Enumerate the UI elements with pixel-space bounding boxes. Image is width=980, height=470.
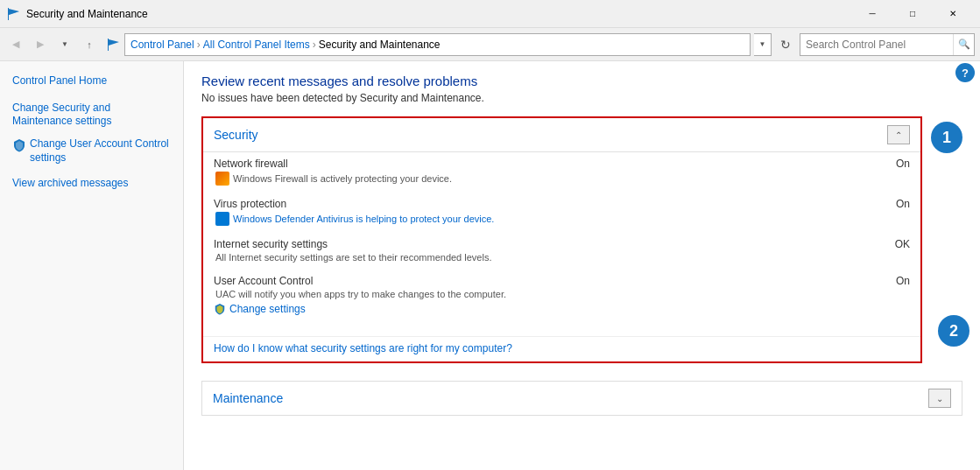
separator-1: › [197, 39, 201, 51]
defender-icon [215, 212, 229, 226]
path-flag-icon [107, 38, 121, 52]
security-section: Security ⌃ Network firewall On Windows F… [201, 116, 922, 363]
content-area: Review recent messages and resolve probl… [184, 61, 980, 470]
page-title: Review recent messages and resolve probl… [201, 74, 962, 88]
sidebar-item-home[interactable]: Control Panel Home [0, 70, 183, 92]
firewall-desc-text: Windows Firewall is actively protecting … [233, 173, 452, 184]
virus-desc-text: Windows Defender Antivirus is helping to… [233, 214, 494, 224]
address-path[interactable]: Control Panel › All Control Panel Items … [124, 33, 751, 56]
maximize-button[interactable]: □ [892, 0, 933, 28]
firewall-status: On [896, 158, 910, 170]
minimize-button[interactable]: ─ [852, 0, 892, 28]
back-button[interactable]: ◀ [5, 34, 26, 55]
page-subtitle: No issues have been detected by Security… [201, 92, 962, 104]
badge-1: 1 [931, 122, 962, 153]
security-item-firewall: Network firewall On Windows Firewall is … [214, 158, 910, 186]
path-segment-3: Security and Maintenance [319, 39, 441, 51]
search-input[interactable] [800, 39, 953, 51]
dropdown-button[interactable]: ▼ [54, 34, 75, 55]
internet-desc: All Internet security settings are set t… [214, 252, 910, 263]
maintenance-title: Maintenance [213, 391, 283, 405]
maintenance-header: Maintenance ⌄ [202, 382, 962, 415]
uac-change-settings-link[interactable]: Change settings [229, 303, 306, 315]
virus-status: On [896, 198, 910, 210]
virus-label: Virus protection [214, 198, 286, 210]
path-segment-2: All Control Panel Items [203, 39, 310, 51]
titlebar-left: Security and Maintenance [7, 7, 148, 21]
help-area: ? [955, 63, 975, 82]
internet-row: Internet security settings OK [214, 238, 910, 250]
security-item-uac: User Account Control On UAC will notify … [214, 275, 910, 315]
security-content: Network firewall On Windows Firewall is … [203, 152, 920, 336]
sidebar: Control Panel Home Change Security and M… [0, 61, 184, 470]
uac-desc: UAC will notify you when apps try to mak… [214, 289, 910, 299]
security-toggle-button[interactable]: ⌃ [887, 125, 910, 144]
maintenance-toggle-button[interactable]: ⌄ [928, 389, 951, 408]
shield-icon [12, 138, 26, 152]
security-section-title: Security [214, 128, 258, 142]
up-button[interactable]: ↑ [79, 34, 100, 55]
uac-shield-icon [214, 303, 226, 315]
app-icon [7, 7, 21, 21]
sidebar-item-security-settings[interactable]: Change Security and Maintenance settings [0, 99, 183, 131]
security-footer: How do I know what security settings are… [203, 336, 920, 361]
search-button[interactable]: 🔍 [953, 34, 974, 55]
titlebar-controls: ─ □ ✕ [852, 0, 973, 28]
forward-button[interactable]: ▶ [30, 34, 51, 55]
titlebar: Security and Maintenance ─ □ ✕ [0, 0, 980, 28]
security-item-internet: Internet security settings OK All Intern… [214, 238, 910, 263]
svg-marker-1 [9, 11, 19, 15]
sidebar-text-security: Change Security and Maintenance settings [12, 102, 171, 129]
uac-desc-text: UAC will notify you when apps try to mak… [215, 289, 506, 299]
internet-status: OK [895, 238, 910, 250]
uac-status: On [896, 275, 910, 287]
addressbar: ◀ ▶ ▼ ↑ Control Panel › All Control Pane… [0, 28, 980, 61]
titlebar-title: Security and Maintenance [26, 8, 148, 20]
virus-desc: Windows Defender Antivirus is helping to… [214, 212, 910, 226]
uac-row: User Account Control On [214, 275, 910, 287]
sidebar-text-uac: Change User Account Control settings [30, 137, 171, 165]
badge-2: 2 [938, 315, 969, 347]
help-button[interactable]: ? [955, 63, 975, 82]
firewall-label: Network firewall [214, 158, 288, 170]
sidebar-item-uac-settings[interactable]: Change User Account Control settings [0, 135, 183, 167]
firewall-icon [215, 172, 229, 186]
uac-label: User Account Control [214, 275, 313, 287]
separator-2: › [313, 39, 316, 51]
uac-change-row: Change settings [214, 303, 910, 315]
close-button[interactable]: ✕ [933, 0, 973, 28]
internet-desc-text: All Internet security settings are set t… [215, 252, 491, 263]
refresh-button[interactable]: ↻ [775, 34, 796, 55]
security-section-header: Security ⌃ [203, 118, 920, 152]
search-box: 🔍 [800, 33, 975, 56]
security-help-link[interactable]: How do I know what security settings are… [214, 342, 512, 354]
security-item-virus: Virus protection On Windows Defender Ant… [214, 198, 910, 226]
internet-label: Internet security settings [214, 238, 328, 250]
svg-marker-2 [108, 39, 119, 51]
virus-row: Virus protection On [214, 198, 910, 210]
firewall-desc: Windows Firewall is actively protecting … [214, 172, 910, 186]
maintenance-section: Maintenance ⌄ [201, 381, 962, 416]
address-dropdown-button[interactable]: ▼ [754, 33, 772, 56]
path-segment-1: Control Panel [130, 39, 194, 51]
firewall-row: Network firewall On [214, 158, 910, 170]
sidebar-item-archived[interactable]: View archived messages [0, 172, 183, 194]
main-layout: Control Panel Home Change Security and M… [0, 61, 980, 470]
